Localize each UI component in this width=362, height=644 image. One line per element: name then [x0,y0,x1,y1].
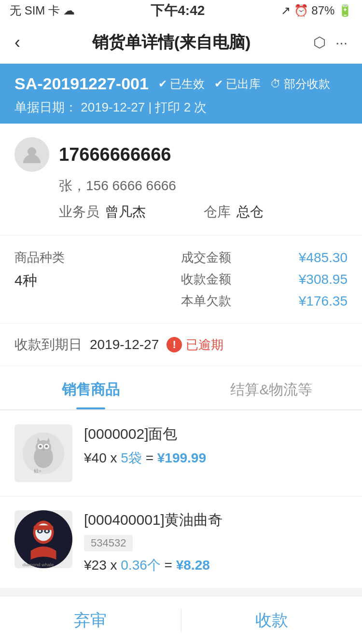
order-date-info: 单据日期： 2019-12-27 | 打印 2 次 [14,99,348,116]
product-item: 鲸+ [0000002]面包 ¥40 x 5袋 = ¥199.99 [0,411,362,496]
svg-point-18 [46,530,48,532]
share-icon[interactable]: ⬡ [313,34,326,51]
cancel-button[interactable]: 弃审 [0,600,181,641]
svg-text:鲸+: 鲸+ [34,468,42,474]
warehouse-label: 仓库 [204,203,231,221]
status-right: ↗ ⏰ 87% 🔋 [281,4,352,17]
due-date-section: 收款到期日 2019-12-27 ! 已逾期 [0,324,362,365]
customer-phone: 17666666666 [59,144,171,165]
order-id: SA-20191227-001 [14,74,149,93]
product-price: ¥40 x 5袋 = ¥199.99 [84,449,348,467]
svg-point-17 [39,530,41,532]
price-unit: ¥40 [84,450,107,465]
tab-settlement[interactable]: 结算&物流等 [181,366,362,409]
overdue-icon: ! [167,337,182,352]
customer-section: 17666666666 张，156 6666 6666 业务员 曾凡杰 仓库 总… [0,124,362,235]
received-amount-label: 收款金额 [181,271,231,288]
product-total: ¥8.28 [176,558,210,573]
status-bar: 无 SIM 卡 ☁ 下午4:42 ↗ ⏰ 87% 🔋 [0,0,362,21]
owed-amount-label: 本单欠款 [181,293,231,309]
back-button[interactable]: ‹ [14,32,43,53]
status-badge-active: ✔ 已生效 [158,76,205,92]
price-unit: ¥23 [84,558,107,573]
product-price: ¥23 x 0.36个 = ¥8.28 [84,556,348,574]
page-title: 销货单详情(来自电脑) [43,31,299,54]
product-total: ¥199.99 [157,450,206,465]
warehouse-value: 总仓 [237,203,264,221]
product-info: [000400001]黄油曲奇 534532 ¥23 x 0.36个 = ¥8.… [84,510,348,574]
due-date: 2019-12-27 [90,337,159,352]
nav-bar: ‹ 销货单详情(来自电脑) ⬡ ··· [0,21,362,64]
more-icon[interactable]: ··· [335,34,348,51]
product-sku: 534532 [84,535,133,551]
order-header-banner: SA-20191227-001 ✔ 已生效 ✔ 已出库 ⏱ 部分收款 单据日期：… [0,64,362,124]
svg-text:diamond whale: diamond whale [23,562,54,567]
product-list: 鲸+ [0000002]面包 ¥40 x 5袋 = ¥199.99 [0,411,362,588]
product-info: [0000002]面包 ¥40 x 5袋 = ¥199.99 [84,424,348,467]
product-item: diamond whale [000400001]黄油曲奇 534532 ¥23… [0,497,362,588]
stats-section: 商品种类 4种 成交金额 ¥485.30 收款金额 ¥308.95 本单欠款 ¥… [0,236,362,323]
status-badge-partial: ⏱ 部分收款 [270,76,330,92]
bottom-bar: 弃审 收款 [0,596,362,644]
salesperson-label: 业务员 [59,203,99,221]
sim-label: 无 SIM 卡 ☁ [10,3,75,18]
product-qty: 5袋 [121,450,142,465]
customer-contact: 张，156 6666 6666 [59,177,348,195]
category-value: 4种 [14,271,181,291]
product-name: [000400001]黄油曲奇 [84,510,348,530]
tab-products[interactable]: 销售商品 [0,366,181,409]
overdue-badge: ! 已逾期 [167,336,223,353]
deal-amount-value: ¥485.30 [299,250,348,266]
tabs-section: 销售商品 结算&物流等 [0,366,362,410]
deal-amount-label: 成交金额 [181,249,231,266]
confirm-button[interactable]: 收款 [181,600,362,641]
received-amount-value: ¥308.95 [299,272,348,287]
product-name: [0000002]面包 [84,424,348,444]
product-thumbnail: 鲸+ [14,424,72,482]
avatar [14,137,49,172]
status-time: 下午4:42 [151,1,205,20]
status-badge-shipped: ✔ 已出库 [214,76,261,92]
status-left: 无 SIM 卡 ☁ [10,3,75,18]
salesperson-value: 曾凡杰 [105,203,146,221]
tabs-row: 销售商品 结算&物流等 [0,366,362,410]
product-qty: 0.36个 [121,558,161,573]
svg-point-7 [45,445,48,448]
battery-icon: ↗ ⏰ 87% 🔋 [281,4,352,17]
owed-amount-value: ¥176.35 [299,294,348,309]
overdue-text: 已逾期 [186,336,223,353]
due-label: 收款到期日 [14,336,82,354]
svg-rect-19 [34,525,54,530]
category-label: 商品种类 [14,249,181,266]
product-thumbnail: diamond whale [14,510,72,568]
customer-meta: 业务员 曾凡杰 仓库 总仓 [59,203,348,221]
svg-point-6 [39,445,42,448]
nav-actions: ⬡ ··· [299,34,348,51]
